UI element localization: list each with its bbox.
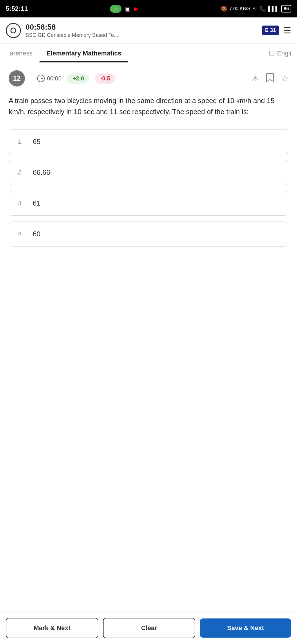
clear-button[interactable]: Clear	[103, 618, 195, 638]
clock-icon	[37, 75, 45, 82]
circle-icon	[10, 28, 16, 33]
star-icon[interactable]: ☆	[281, 74, 288, 83]
option-2-number: 2.	[18, 169, 26, 176]
status-center: △ ▣ ▶	[110, 5, 138, 13]
timer-value: 00:00	[47, 75, 61, 82]
option-4[interactable]: 4. 60	[9, 222, 288, 247]
option-4-number: 4.	[18, 230, 26, 238]
exam-timer: 00:58:58	[26, 23, 262, 32]
status-time: 5:52:11	[6, 5, 28, 12]
header-text: 00:58:58 SSC GD Constable Memory Based T…	[26, 23, 262, 38]
wifi-signal-icon: ∿	[253, 6, 257, 12]
mark-next-button[interactable]: Mark & Next	[6, 618, 98, 638]
option-4-text: 60	[33, 230, 41, 238]
question-timer: 00:00	[37, 75, 61, 82]
status-icons: 🔕 7.00 KB/S ∿ 📞 ▌▌▌ 86	[221, 5, 291, 12]
checkbox-icon: ☐	[269, 50, 275, 57]
option-1[interactable]: 1. 65	[9, 129, 288, 154]
screen-record-icon: ▣	[125, 5, 131, 12]
e-badge: E 31	[262, 26, 279, 35]
wifi-badge: △	[110, 5, 122, 13]
header-bar: 00:58:58 SSC GD Constable Memory Based T…	[0, 17, 297, 44]
positive-score-badge: +2.0	[67, 73, 89, 84]
network-speed: 7.00 KB/S	[229, 6, 250, 11]
options-list: 1. 65 2. 66.66 3. 61 4. 60	[9, 129, 288, 247]
mute-icon: 🔕	[221, 6, 227, 12]
option-2-text: 66.66	[33, 168, 50, 177]
header-right: E 31 ☰	[262, 25, 291, 35]
option-3-text: 61	[33, 199, 41, 207]
save-next-button[interactable]: Save & Next	[200, 618, 291, 638]
option-3-number: 3.	[18, 199, 26, 207]
bottom-action-bar: Mark & Next Clear Save & Next	[0, 611, 297, 644]
tab-english-area[interactable]: ☐ Engli	[266, 44, 294, 62]
meta-icons: ⚠ ☆	[252, 73, 288, 84]
tab-awareness[interactable]: areness	[3, 44, 39, 62]
hamburger-menu[interactable]: ☰	[283, 25, 291, 35]
option-1-number: 1.	[18, 138, 26, 145]
content-wrap: 12 00:00 +2.0 -0.5 ⚠ ☆ A train passes tw…	[0, 63, 297, 303]
tab-elementary-mathematics[interactable]: Elementary Mathematics	[39, 44, 128, 62]
option-2[interactable]: 2. 66.66	[9, 160, 288, 185]
exam-title: SSC GD Constable Memory Based Te...	[26, 32, 262, 38]
bookmark-icon[interactable]	[266, 73, 274, 84]
record-button[interactable]	[6, 23, 21, 38]
tab-navigation: areness Elementary Mathematics ☐ Engli	[0, 44, 297, 63]
vertical-divider	[31, 73, 31, 84]
negative-score-badge: -0.5	[95, 73, 115, 84]
signal-bars-icon: ▌▌▌	[268, 6, 279, 12]
youtube-icon: ▶	[134, 5, 138, 12]
option-1-text: 65	[33, 138, 41, 146]
warning-icon[interactable]: ⚠	[252, 74, 259, 83]
call-icon: 📞	[259, 6, 266, 12]
question-area: 12 00:00 +2.0 -0.5 ⚠ ☆ A train passes tw…	[0, 63, 297, 265]
question-text: A train passes two bicycles moving in th…	[9, 95, 288, 118]
tab-english: Engli	[277, 50, 291, 57]
wifi-icon: △	[114, 6, 117, 12]
question-number: 12	[9, 70, 25, 87]
status-bar: 5:52:11 △ ▣ ▶ 🔕 7.00 KB/S ∿ 📞 ▌▌▌ 86	[0, 0, 297, 17]
question-meta: 12 00:00 +2.0 -0.5 ⚠ ☆	[9, 70, 288, 87]
battery-indicator: 86	[281, 5, 291, 12]
option-3[interactable]: 3. 61	[9, 191, 288, 216]
